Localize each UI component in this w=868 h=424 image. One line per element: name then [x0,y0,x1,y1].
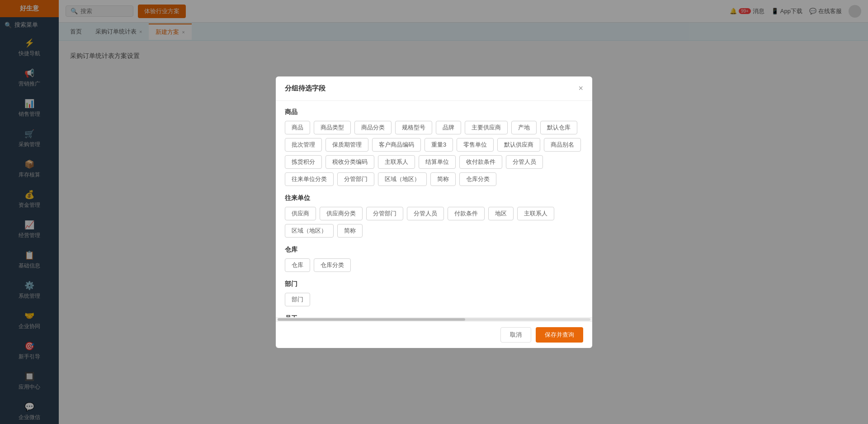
modal-overlay: 分组待选字段 × 商品商品商品类型商品分类规格型号品牌主要供应商产地默认仓库批次… [0,0,868,424]
field-group-warehouse: 仓库仓库仓库分类 [285,246,583,272]
field-tag-goods-8[interactable]: 批次管理 [285,138,322,152]
field-tag-goods-19[interactable]: 收付款条件 [459,155,502,169]
field-group-title-counterpart: 往来单位 [285,194,583,202]
field-group-department: 部门部门 [285,280,583,306]
field-tag-counterpart-1[interactable]: 供应商分类 [320,207,363,220]
modal: 分组待选字段 × 商品商品商品类型商品分类规格型号品牌主要供应商产地默认仓库批次… [276,76,592,348]
field-group-goods: 商品商品商品类型商品分类规格型号品牌主要供应商产地默认仓库批次管理保质期管理客户… [285,108,583,186]
field-tag-counterpart-8[interactable]: 简称 [337,224,363,238]
modal-horizontal-scrollbar[interactable] [276,317,592,321]
field-tag-goods-6[interactable]: 产地 [511,121,537,134]
field-tag-goods-4[interactable]: 品牌 [436,121,461,134]
modal-header: 分组待选字段 × [276,76,592,101]
field-tag-counterpart-3[interactable]: 分管人员 [407,207,444,220]
field-tag-department-0[interactable]: 部门 [285,293,310,306]
field-tag-goods-7[interactable]: 默认仓库 [540,121,577,134]
field-tag-counterpart-0[interactable]: 供应商 [285,207,316,220]
field-tag-goods-0[interactable]: 商品 [285,121,310,134]
field-tag-goods-11[interactable]: 重量3 [425,138,453,152]
field-tag-goods-5[interactable]: 主要供应商 [465,121,508,134]
field-tag-goods-2[interactable]: 商品分类 [354,121,392,134]
field-tag-goods-13[interactable]: 默认供应商 [497,138,540,152]
field-tag-goods-1[interactable]: 商品类型 [314,121,351,134]
field-tag-warehouse-1[interactable]: 仓库分类 [314,258,351,272]
field-tag-goods-10[interactable]: 客户商品编码 [372,138,421,152]
modal-title: 分组待选字段 [285,84,326,93]
field-tags-counterpart: 供应商供应商分类分管部门分管人员付款条件地区主联系人区域（地区）简称 [285,207,583,238]
cancel-button[interactable]: 取消 [500,327,531,343]
field-tags-department: 部门 [285,293,583,306]
modal-footer: 取消 保存并查询 [276,321,592,348]
field-tag-counterpart-2[interactable]: 分管部门 [366,207,403,220]
field-tag-goods-14[interactable]: 商品别名 [544,138,581,152]
field-tag-goods-16[interactable]: 税收分类编码 [326,155,374,169]
modal-close-button[interactable]: × [578,84,583,93]
hscroll-thumb[interactable] [278,318,465,321]
field-tag-counterpart-7[interactable]: 区域（地区） [285,224,334,238]
field-group-title-department: 部门 [285,280,583,288]
field-group-counterpart: 往来单位供应商供应商分类分管部门分管人员付款条件地区主联系人区域（地区）简称 [285,194,583,238]
field-tag-counterpart-4[interactable]: 付款条件 [448,207,485,220]
field-tag-goods-20[interactable]: 分管人员 [506,155,543,169]
field-tag-goods-9[interactable]: 保质期管理 [326,138,368,152]
field-tag-goods-23[interactable]: 区域（地区） [378,172,427,186]
modal-body[interactable]: 商品商品商品类型商品分类规格型号品牌主要供应商产地默认仓库批次管理保质期管理客户… [276,101,592,317]
field-tags-goods: 商品商品类型商品分类规格型号品牌主要供应商产地默认仓库批次管理保质期管理客户商品… [285,121,583,186]
confirm-button[interactable]: 保存并查询 [536,327,583,343]
field-tag-goods-12[interactable]: 零售单位 [457,138,494,152]
field-tag-goods-24[interactable]: 简称 [430,172,456,186]
field-tag-counterpart-6[interactable]: 主联系人 [517,207,554,220]
field-tags-warehouse: 仓库仓库分类 [285,258,583,272]
field-tag-goods-25[interactable]: 仓库分类 [459,172,496,186]
field-tag-goods-3[interactable]: 规格型号 [395,121,432,134]
field-tag-counterpart-5[interactable]: 地区 [488,207,514,220]
field-tag-goods-17[interactable]: 主联系人 [378,155,415,169]
field-tag-warehouse-0[interactable]: 仓库 [285,258,310,272]
field-tag-goods-15[interactable]: 拣货积分 [285,155,322,169]
field-tag-goods-18[interactable]: 结算单位 [419,155,456,169]
field-group-title-goods: 商品 [285,108,583,116]
field-tag-goods-22[interactable]: 分管部门 [337,172,374,186]
field-group-title-warehouse: 仓库 [285,246,583,254]
hscroll-track [278,318,590,321]
field-tag-goods-21[interactable]: 往来单位分类 [285,172,334,186]
